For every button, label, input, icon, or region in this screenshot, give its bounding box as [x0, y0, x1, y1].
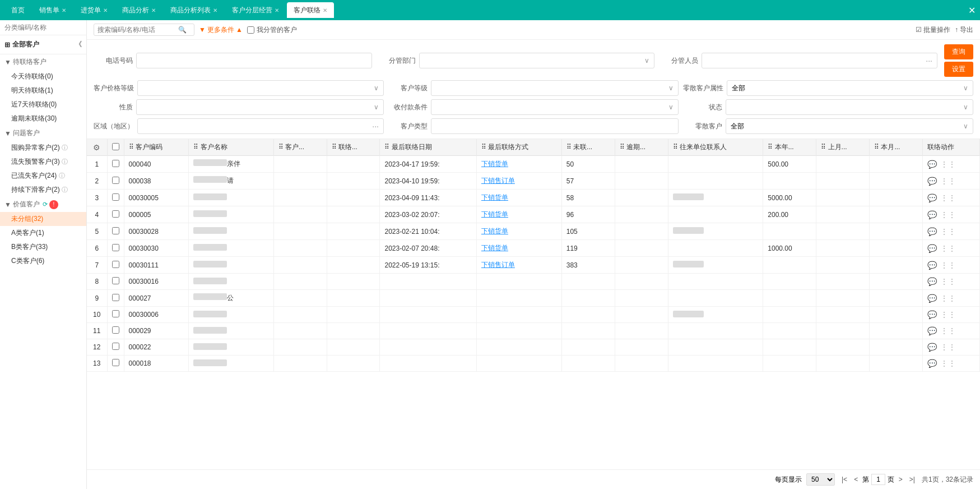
row-select[interactable]	[112, 244, 119, 251]
filter-phone-input[interactable]	[136, 53, 372, 68]
contact-icon[interactable]: 💬	[927, 244, 937, 253]
sidebar-item-class-a[interactable]: A类客户(1)	[0, 226, 86, 240]
tab-customer-contact-close[interactable]: ✕	[323, 7, 327, 13]
col-related-contact[interactable]: ⠿ 往来单位联系人	[668, 139, 763, 156]
more-action-icon[interactable]: ⋮⋮	[940, 160, 956, 169]
col-last-month[interactable]: ⠿ 上月...	[816, 139, 870, 156]
row-select[interactable]	[112, 227, 119, 234]
filter-region-select[interactable]: ···	[137, 118, 384, 134]
row-checkbox[interactable]	[107, 323, 124, 339]
current-page[interactable]: 1	[871, 474, 885, 485]
row-checkbox[interactable]	[107, 356, 124, 372]
last-method-link[interactable]: 下销售订单	[481, 261, 515, 269]
row-checkbox[interactable]	[107, 274, 124, 290]
col-this-year[interactable]: ⠿ 本年...	[763, 139, 816, 156]
more-filters-button[interactable]: ▼ 更多条件 ▲	[199, 25, 243, 35]
row-select[interactable]	[112, 193, 119, 201]
filter-nature-select[interactable]: ∨	[136, 99, 384, 115]
last-method-link[interactable]: 下销货单	[481, 160, 508, 168]
row-checkbox[interactable]	[107, 190, 124, 206]
row-checkbox[interactable]	[107, 240, 124, 257]
row-select[interactable]	[112, 177, 119, 184]
filter-person-select[interactable]: ···	[702, 53, 937, 68]
more-action-icon[interactable]: ⋮⋮	[940, 210, 956, 219]
contact-icon[interactable]: 💬	[927, 326, 937, 335]
more-action-icon[interactable]: ⋮⋮	[940, 310, 956, 319]
filter-sparse-customer-select[interactable]: 全部∨	[726, 118, 973, 134]
col-code[interactable]: ⠿ 客户编码	[124, 139, 189, 156]
contact-icon[interactable]: 💬	[927, 210, 937, 219]
batch-op-button[interactable]: ☑ 批量操作	[916, 25, 950, 35]
filter-sparse-attr-select[interactable]: 全部∨	[727, 80, 973, 96]
last-method-link[interactable]: 下销售订单	[481, 177, 515, 184]
tab-purchase-close[interactable]: ✕	[103, 7, 108, 13]
per-page-select[interactable]: 50 20 100	[806, 473, 835, 486]
first-page-button[interactable]: |<	[839, 474, 849, 485]
sidebar-all-customers[interactable]: ⊞ 全部客户 《	[0, 35, 86, 54]
settings-gear-icon[interactable]: ⚙	[93, 143, 100, 152]
prev-page-button[interactable]: <	[852, 474, 860, 485]
col-last-date[interactable]: ⠿ 最后联络日期	[380, 139, 476, 156]
contact-icon[interactable]: 💬	[927, 193, 937, 202]
sidebar-item-no-group[interactable]: 未分组(32)	[0, 212, 86, 226]
filter-status-select[interactable]: ∨	[726, 99, 973, 115]
tab-product-analysis-list-close[interactable]: ✕	[213, 7, 217, 13]
sidebar-item-7days-pending[interactable]: 近7天待联络(0)	[0, 98, 86, 112]
tab-purchase[interactable]: 进货单 ✕	[74, 2, 114, 18]
sidebar-item-today-pending[interactable]: 今天待联络(0)	[0, 70, 86, 84]
tab-product-analysis[interactable]: 商品分析 ✕	[115, 2, 162, 18]
row-select[interactable]	[112, 326, 119, 334]
row-checkbox[interactable]	[107, 156, 124, 173]
contact-icon[interactable]: 💬	[927, 177, 937, 186]
col-name[interactable]: ⠿ 客户名称	[189, 139, 273, 156]
sidebar-item-hoarding-abnormal[interactable]: 囤购异常客户(2) ⓘ	[0, 141, 86, 155]
sidebar-item-class-c[interactable]: C类客户(6)	[0, 254, 86, 268]
last-page-button[interactable]: >|	[907, 474, 917, 485]
col-contact[interactable]: ⠿ 联络...	[327, 139, 380, 156]
filter-dept-select[interactable]: ∨	[419, 53, 655, 68]
row-select[interactable]	[112, 261, 119, 268]
sidebar-section-value[interactable]: ▼ 价值客户 ⟳ !	[0, 197, 86, 212]
last-method-link[interactable]: 下销货单	[481, 210, 508, 218]
more-action-icon[interactable]: ⋮⋮	[940, 227, 956, 236]
more-action-icon[interactable]: ⋮⋮	[940, 177, 956, 186]
main-search-input[interactable]	[97, 26, 176, 34]
my-customers-checkbox[interactable]: 我分管的客户	[247, 25, 297, 35]
tab-customer-segment-close[interactable]: ✕	[275, 7, 279, 13]
last-method-link[interactable]: 下销货单	[481, 227, 508, 235]
more-action-icon[interactable]: ⋮⋮	[940, 193, 956, 202]
window-close-button[interactable]: ✕	[968, 5, 976, 16]
row-select[interactable]	[112, 210, 119, 218]
row-select[interactable]	[112, 359, 119, 366]
sidebar-section-pending[interactable]: ▼ 待联络客户	[0, 54, 86, 70]
filter-payment-select[interactable]: ∨	[431, 99, 679, 115]
row-select[interactable]	[112, 343, 119, 350]
row-checkbox[interactable]	[107, 257, 124, 274]
more-action-icon[interactable]: ⋮⋮	[940, 294, 956, 303]
reset-button[interactable]: 设置	[944, 62, 973, 77]
row-select[interactable]	[112, 294, 119, 301]
sidebar-item-declining[interactable]: 持续下滑客户(2) ⓘ	[0, 183, 86, 197]
row-checkbox[interactable]	[107, 206, 124, 223]
select-all-checkbox[interactable]	[112, 143, 119, 150]
next-page-button[interactable]: >	[897, 474, 905, 485]
tab-product-analysis-list[interactable]: 商品分析列表 ✕	[164, 2, 224, 18]
row-checkbox[interactable]	[107, 290, 124, 307]
tab-customer-segment[interactable]: 客户分层经营 ✕	[225, 2, 286, 18]
filter-customer-level-select[interactable]: ∨	[431, 80, 679, 96]
row-select[interactable]	[112, 277, 119, 284]
col-checkbox[interactable]	[107, 139, 124, 156]
tab-home[interactable]: 首页	[4, 2, 31, 18]
sidebar-item-overdue-pending[interactable]: 逾期未联络(30)	[0, 112, 86, 126]
contact-icon[interactable]: 💬	[927, 310, 937, 319]
col-settings[interactable]: ⚙	[87, 139, 107, 156]
sidebar-item-churn-warning[interactable]: 流失预警客户(3) ⓘ	[0, 155, 86, 169]
contact-icon[interactable]: 💬	[927, 294, 937, 303]
more-action-icon[interactable]: ⋮⋮	[940, 326, 956, 335]
row-checkbox[interactable]	[107, 307, 124, 323]
more-action-icon[interactable]: ⋮⋮	[940, 277, 956, 286]
row-checkbox[interactable]	[107, 223, 124, 240]
row-select[interactable]	[112, 310, 119, 317]
contact-icon[interactable]: 💬	[927, 343, 937, 352]
contact-icon[interactable]: 💬	[927, 277, 937, 286]
